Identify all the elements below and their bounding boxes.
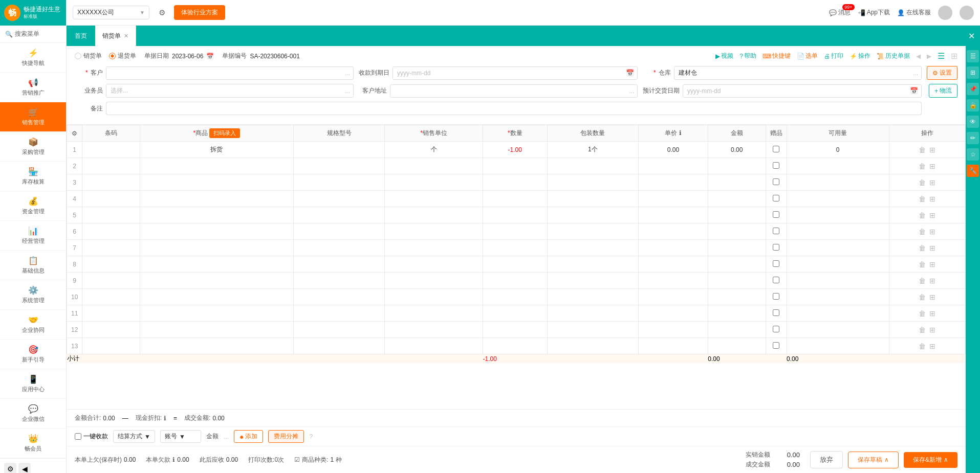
copy-icon-11[interactable]: ⊞ <box>929 326 935 334</box>
row-gift-9[interactable] <box>766 289 787 305</box>
row-gift-10[interactable] <box>766 305 787 322</box>
list-view-icon[interactable]: ☰ <box>938 51 945 61</box>
row-price-5[interactable] <box>639 223 708 240</box>
row-barcode-10[interactable] <box>82 305 140 322</box>
action-history[interactable]: 📜 历史单据 <box>877 52 910 60</box>
row-unit-10[interactable] <box>385 305 483 322</box>
row-qty-10[interactable] <box>483 305 547 322</box>
copy-icon-4[interactable]: ⊞ <box>929 211 935 219</box>
row-spec-11[interactable] <box>293 322 385 338</box>
copy-icon-1[interactable]: ⊞ <box>929 162 935 170</box>
row-barcode-9[interactable] <box>82 289 140 305</box>
row-product-6[interactable] <box>140 240 294 256</box>
topbar-gear-button[interactable]: ⚙ <box>155 6 169 20</box>
sidebar-item-appstore[interactable]: 📱 应用中心 <box>0 369 66 399</box>
row-price-11[interactable] <box>639 322 708 338</box>
row-pack-0[interactable]: 1个 <box>547 142 639 158</box>
action-shortcut[interactable]: ⌨ 快捷键 <box>763 52 791 60</box>
row-gift-2[interactable] <box>766 174 787 191</box>
user-avatar2[interactable] <box>960 6 974 20</box>
row-barcode-2[interactable] <box>82 174 140 191</box>
action-video[interactable]: ▶ 视频 <box>715 52 733 60</box>
delete-icon-8[interactable]: 🗑 <box>919 277 926 285</box>
row-amount-9[interactable] <box>708 289 766 305</box>
fees-help-icon[interactable]: ? <box>309 433 313 440</box>
row-product-12[interactable] <box>140 338 294 354</box>
row-price-10[interactable] <box>639 305 708 322</box>
radio-sales[interactable]: 销货单 <box>75 52 102 60</box>
row-amount-1[interactable] <box>708 158 766 174</box>
copy-icon-12[interactable]: ⊞ <box>929 342 935 350</box>
delete-icon-9[interactable]: 🗑 <box>919 293 926 301</box>
row-price-4[interactable] <box>639 207 708 223</box>
warehouse-input[interactable]: 建材仓 ... <box>674 66 922 80</box>
app-download-button[interactable]: 📲 App下载 <box>858 8 890 17</box>
col-settings[interactable]: ⚙ <box>67 125 82 142</box>
row-amount-5[interactable] <box>708 223 766 240</box>
row-product-5[interactable] <box>140 223 294 240</box>
sidebar-item-purchase[interactable]: 📦 采购管理 <box>0 132 66 162</box>
copy-icon-7[interactable]: ⊞ <box>929 260 935 268</box>
row-gift-6[interactable] <box>766 240 787 256</box>
row-qty-2[interactable] <box>483 174 547 191</box>
scan-button[interactable]: 扫码录入 <box>209 128 240 138</box>
row-amount-10[interactable] <box>708 305 766 322</box>
delete-icon-6[interactable]: 🗑 <box>919 244 926 252</box>
fees-button[interactable]: 费用分摊 <box>268 430 304 443</box>
row-pack-3[interactable] <box>547 191 639 207</box>
row-spec-8[interactable] <box>293 273 385 289</box>
tab-sales-order[interactable]: 销货单 ✕ <box>95 26 136 46</box>
row-product-7[interactable] <box>140 256 294 273</box>
nav-prev-icon[interactable]: ◀ <box>916 53 921 60</box>
row-qty-12[interactable] <box>483 338 547 354</box>
row-qty-0[interactable]: -1.00 <box>483 142 547 158</box>
row-barcode-8[interactable] <box>82 273 140 289</box>
row-qty-8[interactable] <box>483 273 547 289</box>
row-pack-1[interactable] <box>547 158 639 174</box>
row-amount-8[interactable] <box>708 273 766 289</box>
row-spec-5[interactable] <box>293 223 385 240</box>
row-gift-5[interactable] <box>766 223 787 240</box>
copy-icon-5[interactable]: ⊞ <box>929 228 935 236</box>
sidebar-item-sales[interactable]: 🛒 销售管理 <box>0 102 66 132</box>
row-gift-3[interactable] <box>766 191 787 207</box>
delete-icon-3[interactable]: 🗑 <box>919 195 926 203</box>
row-gift-11[interactable] <box>766 322 787 338</box>
sidebar-search[interactable]: 🔍 搜索菜单 <box>0 26 66 43</box>
row-qty-9[interactable] <box>483 289 547 305</box>
row-gift-4[interactable] <box>766 207 787 223</box>
action-select[interactable]: 📄 选单 <box>797 52 818 60</box>
row-product-3[interactable] <box>140 191 294 207</box>
customer-input[interactable]: ... <box>106 66 354 80</box>
copy-icon-6[interactable]: ⊞ <box>929 244 935 252</box>
row-price-3[interactable] <box>639 191 708 207</box>
row-amount-4[interactable] <box>708 207 766 223</box>
row-price-1[interactable] <box>639 158 708 174</box>
tab-home[interactable]: 首页 <box>67 26 95 46</box>
row-pack-11[interactable] <box>547 322 639 338</box>
right-panel-icon-8[interactable]: 🔧 <box>967 165 979 177</box>
remarks-input[interactable] <box>106 102 922 115</box>
row-barcode-11[interactable] <box>82 322 140 338</box>
row-unit-3[interactable] <box>385 191 483 207</box>
row-amount-6[interactable] <box>708 240 766 256</box>
row-barcode-7[interactable] <box>82 256 140 273</box>
row-product-11[interactable] <box>140 322 294 338</box>
row-barcode-6[interactable] <box>82 240 140 256</box>
copy-icon-9[interactable]: ⊞ <box>929 293 935 301</box>
row-spec-6[interactable] <box>293 240 385 256</box>
row-price-0[interactable]: 0.00 <box>639 142 708 158</box>
due-date-input[interactable]: yyyy-mm-dd 📅 <box>393 66 638 80</box>
delete-icon-2[interactable]: 🗑 <box>919 178 926 187</box>
row-qty-5[interactable] <box>483 223 547 240</box>
settings-button[interactable]: ⚙ 设置 <box>927 66 957 80</box>
right-panel-icon-7[interactable]: ☆ <box>967 148 979 161</box>
one-click-checkbox-input[interactable] <box>75 433 81 440</box>
row-barcode-1[interactable] <box>82 158 140 174</box>
right-panel-icon-5[interactable]: 👁 <box>967 116 979 128</box>
row-pack-5[interactable] <box>547 223 639 240</box>
sidebar-item-marketing[interactable]: 📢 营销推广 <box>0 73 66 102</box>
right-panel-icon-1[interactable]: ☰ <box>967 50 979 62</box>
expected-date-input[interactable]: yyyy-mm-dd 📅 <box>683 84 922 98</box>
row-gift-7[interactable] <box>766 256 787 273</box>
